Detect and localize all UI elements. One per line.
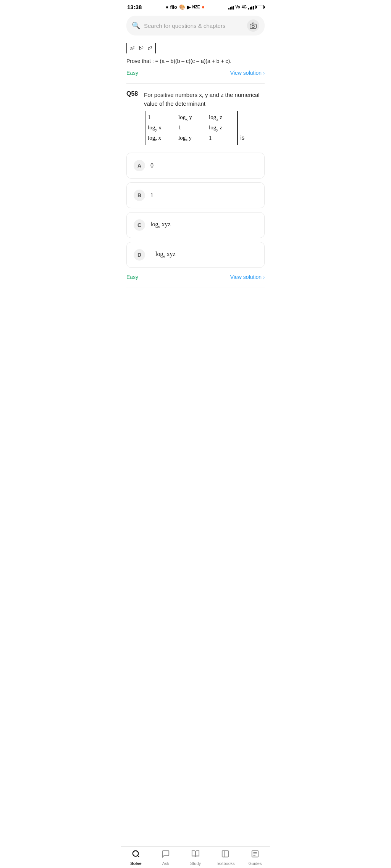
option-d-text: − loge xyz — [150, 251, 176, 258]
filo-label: filo — [170, 5, 177, 10]
prev-view-solution-link[interactable]: View solution › — [230, 69, 265, 77]
option-c-card[interactable]: C loge xyz — [126, 212, 265, 238]
question-58-text: For positive numbers x, y and z the nume… — [144, 90, 265, 108]
option-b-text: 1 — [150, 192, 153, 199]
cell-3-2: logz y — [178, 133, 204, 143]
status-app-icons: ■ filo 🎨 ▶ NZE — [166, 4, 204, 10]
option-b-circle: B — [134, 190, 145, 201]
cell-2-3: logy z — [209, 123, 235, 133]
nze-icon: NZE — [192, 5, 200, 9]
signal-bars — [228, 5, 234, 10]
prev-question-partial: a² b³ c³ Prove that : = (a – b)(b – c)(c… — [126, 39, 265, 84]
matrix-row-2: logy x 1 logy z — [148, 123, 235, 133]
cell-3-1: logz x — [148, 133, 174, 143]
prev-question-footer: Easy View solution › — [126, 69, 265, 77]
svg-point-1 — [252, 25, 254, 27]
question-58-block: Q58 For positive numbers x, y and z the … — [126, 84, 265, 288]
status-bar: 13:38 ■ filo 🎨 ▶ NZE Vo 4G — [121, 0, 270, 13]
search-bar[interactable]: 🔍 Search for questions & chapters — [126, 16, 265, 35]
play-icon: ▶ — [187, 5, 191, 10]
question-58-content: For positive numbers x, y and z the nume… — [144, 90, 265, 148]
cell-2-1: logy x — [148, 123, 174, 133]
status-time: 13:38 — [127, 4, 142, 10]
cell-2-2: 1 — [178, 123, 204, 133]
question-58-header: Q58 For positive numbers x, y and z the … — [126, 90, 265, 148]
option-c-circle: C — [134, 219, 145, 231]
matrix-display: a² b³ c³ — [126, 43, 156, 53]
option-d-circle: D — [134, 249, 145, 261]
q58-view-solution-text: View solution — [230, 274, 262, 280]
question-58-footer: Easy View solution › — [126, 274, 265, 285]
option-d-card[interactable]: D − loge xyz — [126, 242, 265, 268]
prev-difficulty-badge: Easy — [126, 69, 138, 77]
chevron-right-icon: › — [263, 71, 265, 76]
search-icon: 🔍 — [132, 21, 140, 30]
vo-icon: Vo — [236, 5, 240, 9]
q58-chevron-right-icon: › — [263, 275, 265, 280]
cell-1-3: logx z — [209, 113, 235, 123]
status-record-icon: ■ — [166, 5, 168, 9]
cell-3-3: 1 — [209, 133, 235, 143]
prev-view-solution-text: View solution — [230, 70, 262, 76]
camera-icon — [250, 23, 257, 29]
status-right-icons: Vo 4G — [228, 5, 264, 10]
matrix-row-3: logz x logz y 1 — [148, 133, 235, 143]
brush-icon: 🎨 — [179, 4, 185, 10]
bottom-divider — [126, 288, 265, 288]
matrix-suffix: is — [240, 134, 244, 141]
determinant-matrix: 1 logx y logx z logy x 1 logy z logz x l… — [144, 111, 239, 145]
option-a-card[interactable]: A 0 — [126, 153, 265, 179]
signal-bars-2 — [248, 5, 254, 10]
bottom-spacer — [126, 290, 265, 340]
cell-1-1: 1 — [148, 113, 174, 123]
option-c-text: loge xyz — [150, 221, 171, 229]
option-a-circle: A — [134, 160, 145, 171]
question-58-label: Q58 — [126, 90, 141, 97]
camera-button[interactable] — [247, 19, 259, 32]
4g-icon: 4G — [242, 5, 247, 9]
option-b-card[interactable]: B 1 — [126, 182, 265, 208]
q58-view-solution-link[interactable]: View solution › — [230, 274, 265, 280]
search-placeholder: Search for questions & chapters — [144, 23, 243, 29]
notification-dot — [202, 6, 204, 8]
battery-icon — [255, 5, 264, 9]
matrix-row-1: 1 logx y logx z — [148, 113, 235, 123]
cell-1-2: logx y — [178, 113, 204, 123]
q58-difficulty-badge: Easy — [126, 274, 138, 280]
option-a-text: 0 — [150, 162, 153, 169]
prove-text: Prove that : = (a – b)(b – c)(c – a)(a +… — [126, 57, 265, 65]
content-area: a² b³ c³ Prove that : = (a – b)(b – c)(c… — [121, 39, 270, 340]
